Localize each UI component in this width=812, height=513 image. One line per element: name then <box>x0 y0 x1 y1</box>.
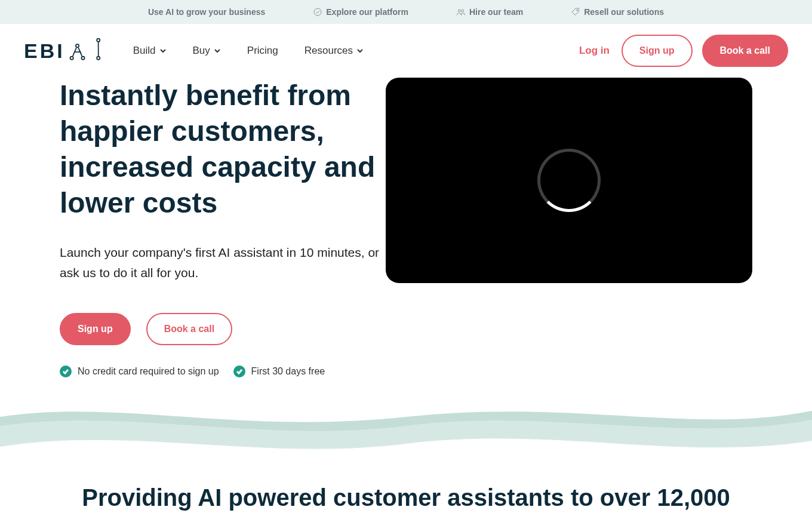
svg-point-0 <box>314 8 321 16</box>
hero-check-label: No credit card required to sign up <box>78 366 219 377</box>
chevron-down-icon <box>214 47 221 54</box>
topstrip-label: Explore our platform <box>326 7 408 17</box>
svg-point-11 <box>97 57 100 60</box>
check-circle-icon <box>233 365 245 377</box>
nav-build[interactable]: Build <box>133 45 167 57</box>
svg-point-4 <box>70 57 73 60</box>
chevron-down-icon <box>356 47 364 54</box>
logo[interactable]: EBI <box>24 35 104 66</box>
video-player[interactable] <box>386 78 752 283</box>
companies-heading: Providing AI powered customer assistants… <box>72 483 740 513</box>
header: EBI Build Buy Pricing <box>0 24 812 78</box>
top-strip: Use AI to grow your business Explore our… <box>0 0 812 24</box>
topstrip-explore-platform[interactable]: Explore our platform <box>313 7 408 17</box>
svg-point-10 <box>97 39 100 42</box>
wave-divider <box>0 393 812 459</box>
svg-point-5 <box>81 57 84 60</box>
topstrip-hire-team[interactable]: Hire our team <box>456 7 523 17</box>
nav-item-label: Resources <box>304 45 353 57</box>
tag-icon <box>571 7 580 17</box>
logo-ai-icon <box>69 35 104 66</box>
topstrip-label: Use AI to grow your business <box>148 7 265 17</box>
hero-left: Instantly benefit from happier customers… <box>60 78 386 377</box>
svg-point-2 <box>462 10 464 12</box>
nav-buy[interactable]: Buy <box>193 45 221 57</box>
nav-item-label: Build <box>133 45 156 57</box>
topstrip-label: Hire our team <box>469 7 523 17</box>
topstrip-label: Resell our solutions <box>584 7 664 17</box>
login-link[interactable]: Log in <box>579 45 610 57</box>
team-icon <box>456 7 466 17</box>
hero-right <box>386 78 752 377</box>
hero-check-item: First 30 days free <box>233 365 325 377</box>
hero-signup-button[interactable]: Sign up <box>60 313 131 345</box>
topstrip-resell[interactable]: Resell our solutions <box>571 7 664 17</box>
logo-text: EBI <box>24 39 65 63</box>
main-nav: Build Buy Pricing Resources <box>133 45 364 57</box>
book-call-button[interactable]: Book a call <box>702 35 788 67</box>
nav-pricing[interactable]: Pricing <box>247 45 278 57</box>
svg-point-3 <box>577 10 578 11</box>
hero-subtitle: Launch your company's first AI assistant… <box>60 242 386 283</box>
hero-checks: No credit card required to sign up First… <box>60 365 386 377</box>
chevron-down-icon <box>159 47 167 54</box>
svg-point-6 <box>76 44 79 47</box>
hero-check-label: First 30 days free <box>251 366 325 377</box>
hero-book-call-button[interactable]: Book a call <box>146 313 232 345</box>
check-circle-icon <box>60 365 72 377</box>
header-actions: Log in Sign up Book a call <box>579 35 788 67</box>
svg-point-1 <box>458 10 460 12</box>
hero: Instantly benefit from happier customers… <box>0 78 812 377</box>
signup-button[interactable]: Sign up <box>622 35 693 67</box>
companies-section: Providing AI powered customer assistants… <box>0 459 812 513</box>
check-badge-icon <box>313 7 322 17</box>
nav-item-label: Pricing <box>247 45 278 57</box>
nav-resources[interactable]: Resources <box>304 45 364 57</box>
hero-check-item: No credit card required to sign up <box>60 365 219 377</box>
loading-spinner-icon <box>537 149 601 212</box>
nav-item-label: Buy <box>193 45 210 57</box>
hero-title: Instantly benefit from happier customers… <box>60 78 386 221</box>
topstrip-grow-business[interactable]: Use AI to grow your business <box>148 7 265 17</box>
hero-buttons: Sign up Book a call <box>60 313 386 345</box>
